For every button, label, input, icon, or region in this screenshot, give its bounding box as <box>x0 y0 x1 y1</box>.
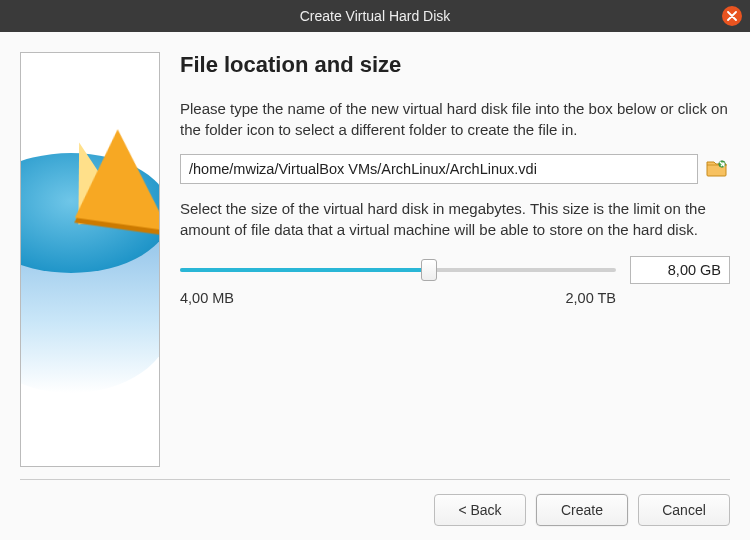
size-slider[interactable] <box>180 260 616 280</box>
slider-min-label: 4,00 MB <box>180 290 234 306</box>
folder-browse-icon <box>706 158 728 181</box>
slider-max-label: 2,00 TB <box>565 290 616 306</box>
cancel-button[interactable]: Cancel <box>638 494 730 526</box>
footer: < Back Create Cancel <box>0 480 750 540</box>
wizard-image <box>20 52 160 467</box>
close-icon[interactable] <box>722 6 742 26</box>
dialog-window: Create Virtual Hard Disk File location a… <box>0 0 750 540</box>
create-button[interactable]: Create <box>536 494 628 526</box>
window-title: Create Virtual Hard Disk <box>300 8 451 24</box>
content-pane: File location and size Please type the n… <box>180 52 730 479</box>
slider-thumb[interactable] <box>421 259 437 281</box>
path-description: Please type the name of the new virtual … <box>180 98 730 140</box>
size-description: Select the size of the virtual hard disk… <box>180 198 730 240</box>
dialog-body: File location and size Please type the n… <box>0 32 750 479</box>
titlebar: Create Virtual Hard Disk <box>0 0 750 32</box>
back-button[interactable]: < Back <box>434 494 526 526</box>
file-path-input[interactable] <box>180 154 698 184</box>
size-slider-block: 4,00 MB 2,00 TB <box>180 256 730 306</box>
path-row <box>180 154 730 184</box>
folder-browse-button[interactable] <box>704 156 730 182</box>
size-value-input[interactable] <box>630 256 730 284</box>
page-heading: File location and size <box>180 52 730 78</box>
